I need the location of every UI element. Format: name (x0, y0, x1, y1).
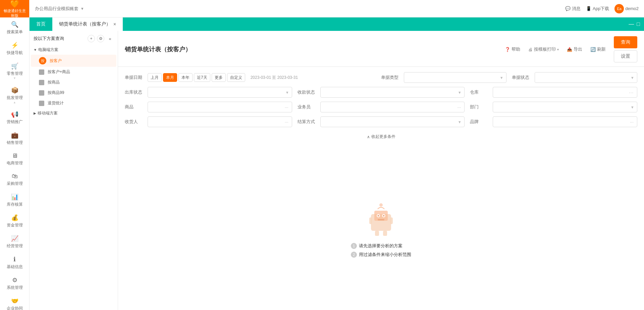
app-download-icon: 📱 (586, 6, 591, 11)
order-type-dropdown-icon: ▾ (500, 75, 503, 80)
scheme-return-stat[interactable]: 退货统计 (31, 98, 116, 108)
template-print-button[interactable]: 🖨 按模板打印 ▾ (526, 45, 561, 54)
delivery-status-label: 出库状态 (125, 89, 145, 95)
main-content-panel: 销货单统计表（按客户） ❓ 帮助 🖨 按模板打印 ▾ 📤 导出 (118, 31, 644, 310)
custom-btn[interactable]: 自定义 (227, 73, 245, 82)
scheme-by-customer-product-label: 按客户+商品 (48, 69, 70, 75)
app-download-button[interactable]: 📱 App下载 (586, 6, 609, 12)
sidebar-item-sales[interactable]: 💼 销售管理 (0, 128, 29, 149)
breadcrumb-dropdown-icon[interactable]: ▾ (81, 6, 84, 11)
page-actions: ❓ 帮助 🖨 按模板打印 ▾ 📤 导出 🔄 刷新 (502, 36, 637, 62)
collapse-panel-button[interactable]: « (106, 35, 114, 42)
payment-status-filter-item: 收款状态 ▾ (298, 87, 465, 98)
purchase-icon: 🛍 (12, 173, 18, 180)
teal-tab-bar: 首页 销货单统计表（按客户） × — □ (30, 17, 644, 31)
app-logo: 🧡 畅捷通好生意 标版 (0, 0, 30, 17)
scheme-by-product-label: 按商品 (48, 80, 60, 85)
side-panel-actions: + ⚙ « (88, 35, 114, 42)
sidebar-item-enterprise[interactable]: 🤝 企业协同 (0, 294, 29, 310)
sidebar-item-retail[interactable]: 🛒 零售管理 ▼ (0, 59, 29, 83)
sidebar-item-basic[interactable]: ℹ 基础信息 (0, 252, 29, 273)
delivery-status-input[interactable]: ▾ (148, 87, 292, 98)
order-type-input[interactable]: ▾ (404, 72, 506, 83)
scheme-by-customer-product[interactable]: 按客户+商品 (31, 67, 116, 77)
empty-state: 1 请先选择要分析的方案 2 用过滤条件来缩小分析范围 (118, 148, 644, 310)
collapse-more-conditions-button[interactable]: ∧ 收起更多条件 (125, 131, 637, 142)
warehouse-filter-item: 仓库 ··· (470, 87, 637, 98)
desktop-group-header[interactable]: ▼ 电脑端方案 (31, 45, 116, 55)
collapse-icon: « (109, 36, 111, 41)
order-status-dropdown-icon: ▾ (631, 75, 634, 80)
refresh-button[interactable]: 🔄 刷新 (588, 45, 608, 54)
salesperson-input[interactable]: ··· (320, 102, 465, 112)
hint-2-number: 2 (351, 252, 357, 258)
tab-sales-stat[interactable]: 销货单统计表（按客户） × (52, 17, 123, 31)
app-download-label: App下载 (593, 6, 609, 12)
help-icon: ❓ (505, 47, 510, 52)
this-month-btn[interactable]: 本月 (163, 73, 177, 82)
sidebar-ecommerce-label: 电商管理 (7, 160, 23, 166)
by-product-icon (39, 80, 44, 85)
sidebar-inventory-label: 库存核算 (7, 202, 23, 207)
scheme-by-product[interactable]: 按商品 (31, 77, 116, 88)
brand-label: 品牌 (470, 119, 490, 125)
sidebar-item-finance[interactable]: 💰 资金管理 (0, 211, 29, 231)
sidebar-item-quicknav[interactable]: ⚡ 快捷导航 (0, 38, 29, 59)
settlement-input[interactable]: ▾ (320, 116, 465, 127)
settings-button[interactable]: 设置 (614, 50, 637, 62)
help-button[interactable]: ❓ 帮助 (502, 45, 523, 54)
warehouse-input[interactable]: ··· (493, 87, 637, 98)
brand-input[interactable]: ··· (493, 116, 637, 127)
sidebar-operations-label: 经营管理 (7, 243, 23, 249)
content-area: 按以下方案查询 + ⚙ « ▼ 电脑端方案 (30, 31, 644, 310)
scheme-by-product-99[interactable]: 按商品99 (31, 88, 116, 98)
mobile-group-header[interactable]: ▶ 移动端方案 (31, 108, 116, 118)
department-label: 部门 (470, 104, 490, 110)
scheme-by-customer[interactable]: 按 按客户 (31, 55, 116, 67)
desktop-scheme-group: ▼ 电脑端方案 按 按客户 按客户+商品 按商品 按商品99 (30, 45, 118, 108)
sidebar-item-wholesale[interactable]: 📦 批发管理 ▲ (0, 83, 29, 107)
salesperson-filter-item: 业务员 ··· (298, 102, 465, 112)
sidebar-sales-label: 销售管理 (7, 140, 23, 146)
product-input[interactable]: ··· (148, 102, 292, 112)
user-profile[interactable]: Ea demo2 (614, 4, 639, 13)
order-status-input[interactable]: ▾ (535, 72, 637, 83)
retail-icon: 🛒 (11, 62, 18, 70)
mobile-scheme-group: ▶ 移动端方案 (30, 108, 118, 118)
more-btn[interactable]: 更多 (212, 73, 226, 82)
search-icon: 🔍 (11, 21, 18, 28)
svg-rect-6 (378, 219, 384, 220)
export-button[interactable]: 📤 导出 (564, 45, 585, 54)
last-month-btn[interactable]: 上月 (148, 73, 162, 82)
message-button[interactable]: 💬 消息 (565, 6, 581, 12)
tab-home[interactable]: 首页 (30, 17, 52, 31)
receiver-input[interactable]: ··· (148, 116, 292, 127)
sidebar-item-marketing[interactable]: 📢 营销推广 (0, 107, 29, 128)
window-max-button[interactable]: □ (637, 21, 640, 27)
sidebar-item-system[interactable]: ⚙ 系统管理 (0, 273, 29, 294)
warehouse-ellipsis-icon: ··· (629, 90, 634, 95)
department-input[interactable]: ▾ (493, 102, 637, 112)
tab-close-icon[interactable]: × (113, 21, 116, 27)
scheme-settings-button[interactable]: ⚙ (97, 35, 104, 42)
by-customer-product-icon (39, 69, 44, 75)
query-button[interactable]: 查询 (614, 36, 637, 48)
receiver-ellipsis-icon: ··· (285, 119, 288, 124)
sidebar-enterprise-label: 企业协同 (7, 306, 23, 310)
window-min-button[interactable]: — (629, 21, 634, 27)
print-dropdown-icon: ▾ (557, 48, 559, 51)
last-7-days-btn[interactable]: 近7天 (194, 73, 210, 82)
sidebar-item-search[interactable]: 🔍 搜索菜单 (0, 17, 29, 38)
sidebar-quicknav-label: 快捷导航 (7, 50, 23, 56)
salesperson-label: 业务员 (298, 104, 318, 110)
sidebar-item-ecommerce[interactable]: 🖥 电商管理 (0, 149, 29, 169)
this-year-btn[interactable]: 本年 (178, 73, 193, 82)
add-scheme-button[interactable]: + (88, 35, 95, 42)
sidebar-item-inventory[interactable]: 📊 库存核算 (0, 190, 29, 211)
sidebar-item-operations[interactable]: 📈 经营管理 (0, 231, 29, 252)
sidebar-item-purchase[interactable]: 🛍 采购管理 (0, 169, 29, 190)
side-panel-title: 按以下方案查询 (34, 36, 64, 42)
mobile-group-arrow-icon: ▶ (34, 111, 36, 115)
scheme-by-product-99-label: 按商品99 (48, 90, 64, 96)
payment-status-input[interactable]: ▾ (320, 87, 465, 98)
